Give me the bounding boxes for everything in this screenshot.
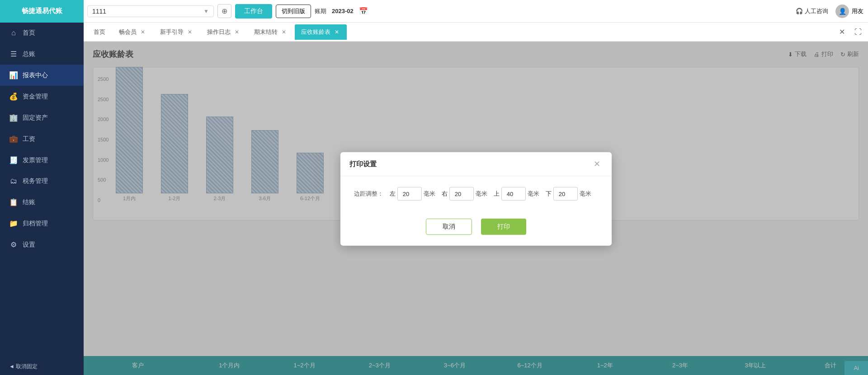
tab-actions: ✕ ⛶ [835, 26, 864, 38]
tab-home[interactable]: 首页 [87, 24, 112, 40]
period-value: 2023-02 [332, 8, 354, 14]
print-settings-dialog: 打印设置 ✕ 边距调整： 左 毫米 右 毫米 [340, 152, 612, 246]
main-layout: ⌂ 首页 ☰ 总账 📊 报表中心 💰 资金管理 🏢 固定资产 💼 工资 🧾 发票… [0, 23, 868, 375]
ledger-icon: ☰ [9, 50, 18, 58]
top-label: 上 [494, 190, 500, 198]
top-margin-group: 上 毫米 [494, 187, 539, 201]
reports-icon: 📊 [9, 71, 18, 80]
tab-member[interactable]: 畅会员 ✕ [113, 24, 153, 40]
funds-icon: 💰 [9, 92, 18, 101]
user-name: 用友 [852, 7, 863, 15]
dialog-title: 打印设置 [349, 159, 377, 168]
sidebar-item-payroll[interactable]: 💼 工资 [0, 128, 84, 150]
bottom-unit: 毫米 [580, 190, 591, 198]
top-margin-input[interactable] [501, 187, 526, 201]
sidebar-item-reports[interactable]: 📊 报表中心 [0, 65, 84, 86]
top-bar: 畅捷通易代账 1111 ▼ ⊕ 工作台 切到旧版 账期 2023-02 📅 🎧 … [0, 0, 868, 23]
left-unit: 毫米 [424, 190, 435, 198]
tab-period-end-close-icon[interactable]: ✕ [280, 28, 288, 36]
workbench-button[interactable]: 工作台 [235, 4, 272, 19]
right-label: 右 [442, 190, 448, 198]
payroll-icon: 💼 [9, 135, 18, 143]
tab-guide-label: 新手引导 [160, 28, 184, 36]
sidebar-label-funds: 资金管理 [23, 93, 48, 101]
settings-icon: ⚙ [9, 240, 18, 249]
close-books-icon: 📋 [9, 198, 18, 206]
sidebar-item-archive[interactable]: 📁 归档管理 [0, 213, 84, 234]
margin-row: 边距调整： 左 毫米 右 毫米 上 [354, 187, 598, 201]
dialog-footer: 取消 打印 [340, 211, 612, 246]
invoice-icon: 🧾 [9, 156, 18, 164]
sidebar-label-reports: 报表中心 [23, 71, 48, 80]
copy-button[interactable]: ⊕ [217, 4, 231, 18]
right-margin-group: 右 毫米 [442, 187, 487, 201]
fullscreen-button[interactable]: ⛶ [852, 26, 864, 38]
left-label: 左 [390, 190, 396, 198]
left-margin-group: 左 毫米 [390, 187, 435, 201]
switch-version-button[interactable]: 切到旧版 [276, 5, 311, 18]
sidebar-collapse-button[interactable]: ◄ 取消固定 [0, 358, 84, 375]
bottom-label: 下 [546, 190, 552, 198]
sidebar-label-assets: 固定资产 [23, 114, 48, 122]
dropdown-arrow-icon: ▼ [203, 8, 209, 14]
sidebar-label-archive: 归档管理 [23, 220, 48, 228]
period-label: 账期 [315, 7, 326, 15]
tab-aging-label: 应收账龄表 [301, 28, 330, 36]
company-selector[interactable]: 1111 ▼ [87, 5, 214, 17]
bottom-margin-group: 下 毫米 [546, 187, 591, 201]
sidebar-label-settings: 设置 [23, 241, 35, 249]
sidebar-item-tax[interactable]: 🗂 税务管理 [0, 171, 84, 192]
tab-oplog-label: 操作日志 [207, 28, 231, 36]
sidebar-item-invoice[interactable]: 🧾 发票管理 [0, 150, 84, 171]
top-right-area: 🎧 人工咨询 👤 用友 [796, 5, 863, 18]
sidebar-item-assets[interactable]: 🏢 固定资产 [0, 107, 84, 128]
sidebar-label-home: 首页 [23, 29, 35, 37]
dialog-header: 打印设置 ✕ [340, 152, 612, 176]
sidebar-item-ledger[interactable]: ☰ 总账 [0, 43, 84, 65]
collapse-label: ◄ 取消固定 [9, 363, 38, 370]
sidebar-item-settings[interactable]: ⚙ 设置 [0, 234, 84, 255]
assets-icon: 🏢 [9, 113, 18, 122]
sidebar-label-tax: 税务管理 [23, 177, 48, 185]
user-area[interactable]: 👤 用友 [835, 5, 863, 18]
tab-oplog-close-icon[interactable]: ✕ [233, 28, 241, 36]
right-margin-input[interactable] [449, 187, 474, 201]
logo: 畅捷通易代账 [0, 0, 84, 23]
sidebar-item-funds[interactable]: 💰 资金管理 [0, 86, 84, 107]
tab-oplog[interactable]: 操作日志 ✕ [201, 24, 247, 40]
tab-period-end[interactable]: 期末结转 ✕ [248, 24, 294, 40]
sidebar-item-home[interactable]: ⌂ 首页 [0, 23, 84, 43]
sidebar-item-close[interactable]: 📋 结账 [0, 192, 84, 213]
headset-icon: 🎧 [796, 8, 803, 14]
tab-aging[interactable]: 应收账龄表 ✕ [295, 24, 347, 40]
tab-period-end-label: 期末结转 [254, 28, 278, 36]
tab-member-label: 畅会员 [119, 28, 137, 36]
archive-icon: 📁 [9, 219, 18, 228]
content-area: 首页 畅会员 ✕ 新手引导 ✕ 操作日志 ✕ 期末结转 ✕ 应收账龄表 ✕ [84, 23, 868, 375]
calendar-icon[interactable]: 📅 [359, 7, 368, 15]
print-confirm-button[interactable]: 打印 [481, 219, 526, 235]
cancel-button[interactable]: 取消 [426, 219, 472, 235]
tab-member-close-icon[interactable]: ✕ [139, 28, 146, 36]
margin-adjust-label: 边距调整： [354, 190, 383, 198]
support-label: 人工咨询 [805, 7, 828, 15]
tab-bar: 首页 畅会员 ✕ 新手引导 ✕ 操作日志 ✕ 期末结转 ✕ 应收账龄表 ✕ [84, 23, 868, 42]
top-unit: 毫米 [528, 190, 539, 198]
sidebar: ⌂ 首页 ☰ 总账 📊 报表中心 💰 资金管理 🏢 固定资产 💼 工资 🧾 发票… [0, 23, 84, 375]
page-content: 应收账龄表 ⬇ 下载 🖨 打印 ↻ 刷新 [84, 42, 868, 375]
support-button[interactable]: 🎧 人工咨询 [796, 7, 828, 15]
dialog-close-button[interactable]: ✕ [592, 159, 603, 169]
home-icon: ⌂ [9, 29, 18, 37]
company-name: 1111 [92, 8, 200, 15]
left-margin-input[interactable] [397, 187, 422, 201]
right-unit: 毫米 [476, 190, 487, 198]
bottom-margin-input[interactable] [553, 187, 578, 201]
sidebar-label-invoice: 发票管理 [23, 156, 48, 164]
avatar: 👤 [835, 5, 849, 18]
dialog-body: 边距调整： 左 毫米 右 毫米 上 [340, 176, 612, 211]
sidebar-label-payroll: 工资 [23, 135, 35, 143]
tab-aging-close-icon[interactable]: ✕ [333, 28, 340, 36]
tab-guide[interactable]: 新手引导 ✕ [154, 24, 200, 40]
tab-guide-close-icon[interactable]: ✕ [186, 28, 193, 36]
close-tab-button[interactable]: ✕ [835, 26, 848, 38]
